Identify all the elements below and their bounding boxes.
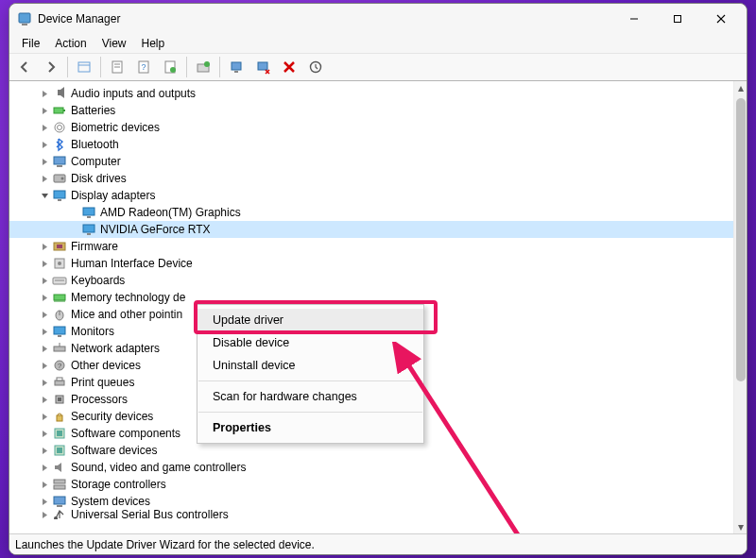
tree-category[interactable]: Human Interface Device xyxy=(9,255,733,272)
device-category-icon xyxy=(52,137,67,152)
tree-item-label: Human Interface Device xyxy=(71,256,193,272)
device-category-icon xyxy=(52,188,67,203)
device-category-icon xyxy=(52,307,67,322)
ctx-properties[interactable]: Properties xyxy=(198,416,423,439)
scroll-down-button[interactable]: ▾ xyxy=(734,520,747,533)
chevron-down-icon[interactable] xyxy=(39,190,50,201)
device-category-icon xyxy=(52,103,67,118)
svg-rect-56 xyxy=(57,415,62,421)
context-menu: Update driver Disable device Uninstall d… xyxy=(197,304,424,444)
svg-rect-18 xyxy=(234,71,238,73)
ctx-separator xyxy=(198,412,422,413)
menu-view[interactable]: View xyxy=(95,35,133,52)
chevron-right-icon[interactable] xyxy=(39,88,50,99)
tree-category[interactable]: Sound, video and game controllers xyxy=(9,459,733,476)
tree-category[interactable]: Bluetooth xyxy=(9,136,733,153)
chevron-right-icon[interactable] xyxy=(39,377,50,388)
chevron-right-icon[interactable] xyxy=(39,258,50,269)
scroll-up-button[interactable]: ▴ xyxy=(734,81,747,94)
chevron-right-icon[interactable] xyxy=(39,479,50,490)
disable-device-button[interactable] xyxy=(251,56,274,78)
status-bar: Launches the Update Driver Wizard for th… xyxy=(9,533,747,554)
chevron-right-icon[interactable] xyxy=(39,309,50,320)
back-button[interactable] xyxy=(13,56,36,78)
tree-category[interactable]: Display adapters xyxy=(9,187,733,204)
svg-point-25 xyxy=(58,126,62,130)
svg-rect-48 xyxy=(54,347,65,351)
chevron-right-icon[interactable] xyxy=(39,292,50,303)
menu-file[interactable]: File xyxy=(15,35,46,52)
show-hidden-button[interactable] xyxy=(73,56,95,78)
tree-category[interactable]: System devices xyxy=(9,493,733,510)
chevron-right-icon[interactable] xyxy=(39,275,50,286)
toolbar-separator xyxy=(219,57,220,77)
svg-rect-63 xyxy=(54,497,65,504)
menu-action[interactable]: Action xyxy=(48,35,93,52)
tree-item-label: Software components xyxy=(71,426,180,442)
device-category-icon xyxy=(52,477,67,492)
tree-category[interactable]: Universal Serial Bus controllers xyxy=(9,510,733,519)
svg-rect-27 xyxy=(57,165,62,167)
tree-item-label: Security devices xyxy=(71,409,153,425)
device-category-icon xyxy=(52,341,67,356)
chevron-right-icon[interactable] xyxy=(39,462,50,473)
tree-item-label: Universal Serial Bus controllers xyxy=(71,510,229,519)
chevron-right-icon[interactable] xyxy=(39,394,50,405)
ctx-update-driver[interactable]: Update driver xyxy=(198,309,423,331)
chevron-right-icon[interactable] xyxy=(39,411,50,422)
chevron-right-icon[interactable] xyxy=(39,122,50,133)
close-button[interactable] xyxy=(699,4,743,34)
device-icon xyxy=(81,222,96,237)
tree-category[interactable]: Biometric devices xyxy=(9,119,733,136)
tree-item-label: NVIDIA GeForce RTX xyxy=(100,222,210,238)
chevron-right-icon[interactable] xyxy=(39,496,50,507)
chevron-right-icon[interactable] xyxy=(39,173,50,184)
tree-category[interactable]: Storage controllers xyxy=(9,476,733,493)
tree-category[interactable]: Keyboards xyxy=(9,272,733,289)
svg-point-16 xyxy=(204,61,210,67)
scroll-thumb[interactable] xyxy=(736,98,746,381)
tree-category[interactable]: Batteries xyxy=(9,102,733,119)
tree-device[interactable]: NVIDIA GeForce RTX xyxy=(9,221,733,238)
chevron-right-icon[interactable] xyxy=(39,156,50,167)
chevron-right-icon[interactable] xyxy=(39,241,50,252)
device-category-icon xyxy=(52,510,67,519)
tree-category[interactable]: Disk drives xyxy=(9,170,733,187)
svg-rect-33 xyxy=(87,216,91,218)
tree-category[interactable]: Firmware xyxy=(9,238,733,255)
refresh-button[interactable] xyxy=(159,56,181,78)
tree-category[interactable]: Software devices xyxy=(9,442,733,459)
svg-rect-1 xyxy=(22,24,27,25)
scroll-track[interactable] xyxy=(734,94,747,520)
chevron-right-icon[interactable] xyxy=(39,139,50,150)
svg-point-39 xyxy=(58,262,61,265)
update-driver-button[interactable] xyxy=(192,56,215,78)
help-button[interactable]: ? xyxy=(132,56,155,78)
enable-device-button[interactable] xyxy=(225,56,248,78)
tree-category[interactable]: Computer xyxy=(9,153,733,170)
ctx-disable-device[interactable]: Disable device xyxy=(198,331,423,354)
svg-rect-64 xyxy=(57,505,62,507)
tree-category[interactable]: Audio inputs and outputs xyxy=(9,85,733,102)
svg-point-24 xyxy=(55,123,64,132)
device-tree[interactable]: Audio inputs and outputsBatteriesBiometr… xyxy=(9,81,733,533)
maximize-button[interactable] xyxy=(656,4,699,34)
chevron-right-icon[interactable] xyxy=(39,343,50,354)
forward-button[interactable] xyxy=(40,56,62,78)
chevron-right-icon[interactable] xyxy=(39,105,50,116)
ctx-scan-hardware[interactable]: Scan for hardware changes xyxy=(198,385,423,408)
chevron-right-icon[interactable] xyxy=(39,510,50,519)
menu-help[interactable]: Help xyxy=(135,35,172,52)
chevron-right-icon[interactable] xyxy=(39,428,50,439)
uninstall-device-button[interactable] xyxy=(278,56,301,78)
tree-device[interactable]: AMD Radeon(TM) Graphics xyxy=(9,204,733,221)
properties-button[interactable] xyxy=(106,56,129,78)
device-category-icon: ? xyxy=(52,358,67,373)
chevron-right-icon[interactable] xyxy=(39,326,50,337)
chevron-right-icon[interactable] xyxy=(39,445,50,456)
vertical-scrollbar[interactable]: ▴ ▾ xyxy=(733,81,747,533)
minimize-button[interactable] xyxy=(612,4,656,34)
chevron-right-icon[interactable] xyxy=(39,360,50,371)
scan-hardware-button[interactable] xyxy=(304,56,327,78)
ctx-uninstall-device[interactable]: Uninstall device xyxy=(198,354,423,377)
